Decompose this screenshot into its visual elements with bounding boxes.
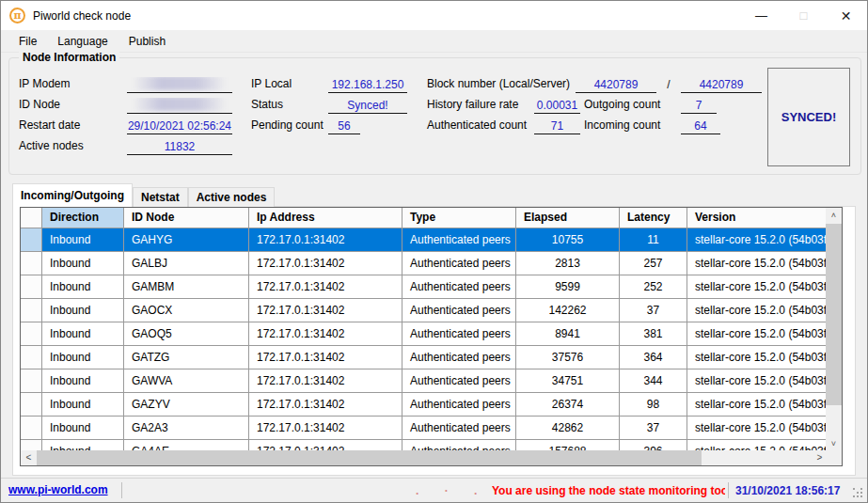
table-row[interactable]: Inbound GAZYV 172.17.0.1:31402 Authentic… [21, 393, 828, 417]
vertical-scrollbar-thumb[interactable] [826, 224, 842, 405]
row-selector-cell[interactable] [21, 417, 42, 440]
cell-elapsed[interactable]: 34751 [516, 369, 620, 393]
cell-id-node[interactable]: GAHYG [124, 228, 249, 252]
cell-ip-address[interactable]: 172.17.0.1:31402 [249, 369, 402, 393]
cell-elapsed[interactable]: 9599 [516, 275, 620, 299]
cell-id-node[interactable]: GAMBM [124, 275, 249, 299]
cell-version[interactable]: stellar-core 15.2.0 (54b03f755 [687, 393, 828, 417]
cell-ip-address[interactable]: 172.17.0.1:31402 [249, 228, 402, 252]
cell-version[interactable]: stellar-core 15.2.0 (54b03f755 [687, 299, 828, 322]
table-row[interactable]: Inbound GAMBM 172.17.0.1:31402 Authentic… [21, 275, 828, 299]
cell-version[interactable]: stellar-core 15.2.0 (54b03f755 [687, 417, 828, 440]
table-row[interactable]: Inbound GAOQ5 172.17.0.1:31402 Authentic… [21, 322, 828, 346]
column-header-id-node[interactable]: ID Node [124, 208, 249, 228]
cell-type[interactable]: Authenticated peers [402, 393, 516, 417]
cell-type[interactable]: Authenticated peers [402, 299, 516, 322]
cell-elapsed[interactable]: 37576 [516, 346, 620, 369]
cell-type[interactable]: Authenticated peers [402, 369, 516, 393]
row-selector-cell[interactable] [21, 322, 42, 346]
row-selector-cell[interactable] [21, 275, 42, 299]
cell-id-node[interactable]: GAOQ5 [124, 322, 249, 346]
cell-direction[interactable]: Inbound [42, 369, 124, 393]
cell-version[interactable]: stellar-core 15.2.0 (54b03f755 [687, 346, 828, 369]
horizontal-scrollbar-thumb[interactable] [37, 450, 702, 465]
cell-type[interactable]: Authenticated peers [402, 228, 516, 252]
column-header-elapsed[interactable]: Elapsed [516, 208, 620, 228]
cell-ip-address[interactable]: 172.17.0.1:31402 [249, 417, 402, 440]
table-row[interactable]: Inbound GAOCX 172.17.0.1:31402 Authentic… [21, 299, 828, 322]
cell-version[interactable]: stellar-core 15.2.0 (54b03f755 [687, 252, 828, 275]
resize-grip[interactable] [853, 488, 863, 498]
table-row[interactable]: Inbound GALBJ 172.17.0.1:31402 Authentic… [21, 252, 828, 275]
cell-direction[interactable]: Inbound [42, 322, 124, 346]
cell-id-node[interactable]: GA2A3 [124, 417, 249, 440]
column-header-ip-address[interactable]: Ip Address [249, 208, 402, 228]
cell-id-node[interactable]: GATZG [124, 346, 249, 369]
menu-item[interactable]: Language [47, 31, 118, 52]
cell-id-node[interactable]: GAWVA [124, 369, 249, 393]
cell-latency[interactable]: 11 [620, 228, 687, 252]
cell-version[interactable]: stellar-core 15.2.0 (54b03f755 [687, 369, 828, 393]
cell-ip-address[interactable]: 172.17.0.1:31402 [249, 346, 402, 369]
cell-elapsed[interactable]: 142262 [516, 299, 620, 322]
cell-version[interactable]: stellar-core 15.2.0 (54b03f755 [687, 322, 828, 346]
cell-ip-address[interactable]: 172.17.0.1:31402 [249, 299, 402, 322]
cell-latency[interactable]: 98 [620, 393, 687, 417]
vertical-scrollbar[interactable]: ˄ ˅ [826, 208, 842, 452]
table-row[interactable]: Inbound GAHYG 172.17.0.1:31402 Authentic… [21, 228, 828, 252]
cell-version[interactable]: stellar-core 15.2.0 (54b03f755 [687, 228, 828, 252]
cell-direction[interactable]: Inbound [42, 417, 124, 440]
table-row[interactable]: Inbound GATZG 172.17.0.1:31402 Authentic… [21, 346, 828, 369]
cell-direction[interactable]: Inbound [42, 228, 124, 252]
row-selector-cell[interactable] [21, 369, 42, 393]
cell-ip-address[interactable]: 172.17.0.1:31402 [249, 393, 402, 417]
tab[interactable]: Incoming/Outgoing [12, 183, 133, 207]
row-selector-cell[interactable] [21, 252, 42, 275]
table-row[interactable]: Inbound GA2A3 172.17.0.1:31402 Authentic… [21, 417, 828, 440]
cell-latency[interactable]: 344 [620, 369, 687, 393]
cell-ip-address[interactable]: 172.17.0.1:31402 [249, 252, 402, 275]
cell-latency[interactable]: 381 [620, 322, 687, 346]
cell-ip-address[interactable]: 172.17.0.1:31402 [249, 275, 402, 299]
column-header-direction[interactable]: Direction [42, 208, 124, 228]
row-selector-cell[interactable] [21, 346, 42, 369]
cell-id-node[interactable]: GAZYV [124, 393, 249, 417]
cell-ip-address[interactable]: 172.17.0.1:31402 [249, 322, 402, 346]
cell-latency[interactable]: 37 [620, 417, 687, 440]
cell-direction[interactable]: Inbound [42, 252, 124, 275]
tab[interactable]: Netstat [133, 187, 188, 207]
cell-direction[interactable]: Inbound [42, 393, 124, 417]
column-header-latency[interactable]: Latency [620, 208, 687, 228]
row-selector-cell[interactable] [21, 393, 42, 417]
table-row[interactable]: Inbound GAWVA 172.17.0.1:31402 Authentic… [21, 369, 828, 393]
tab[interactable]: Active nodes [188, 187, 276, 207]
column-header-version[interactable]: Version [687, 208, 828, 228]
cell-direction[interactable]: Inbound [42, 346, 124, 369]
row-selector-cell[interactable] [21, 299, 42, 322]
row-selector-cell[interactable] [21, 228, 42, 252]
cell-id-node[interactable]: GALBJ [124, 252, 249, 275]
cell-type[interactable]: Authenticated peers [402, 346, 516, 369]
cell-type[interactable]: Authenticated peers [402, 252, 516, 275]
cell-latency[interactable]: 252 [620, 275, 687, 299]
minimize-button[interactable]: — [740, 1, 782, 30]
cell-latency[interactable]: 257 [620, 252, 687, 275]
cell-direction[interactable]: Inbound [42, 299, 124, 322]
cell-elapsed[interactable]: 42862 [516, 417, 620, 440]
cell-elapsed[interactable]: 26374 [516, 393, 620, 417]
scroll-up-icon[interactable]: ˄ [826, 208, 842, 224]
cell-type[interactable]: Authenticated peers [402, 275, 516, 299]
close-button[interactable]: ✕ [825, 1, 867, 30]
cell-latency[interactable]: 364 [620, 346, 687, 369]
menu-item[interactable]: Publish [118, 31, 176, 52]
cell-type[interactable]: Authenticated peers [402, 417, 516, 440]
cell-elapsed[interactable]: 10755 [516, 228, 620, 252]
cell-version[interactable]: stellar-core 15.2.0 (54b03f755 [687, 275, 828, 299]
row-selector-header[interactable] [21, 208, 42, 228]
website-link[interactable]: www.pi-world.com [8, 483, 108, 496]
menu-item[interactable]: File [8, 31, 47, 52]
cell-type[interactable]: Authenticated peers [402, 322, 516, 346]
cell-id-node[interactable]: GAOCX [124, 299, 249, 322]
cell-latency[interactable]: 37 [620, 299, 687, 322]
cell-elapsed[interactable]: 8941 [516, 322, 620, 346]
